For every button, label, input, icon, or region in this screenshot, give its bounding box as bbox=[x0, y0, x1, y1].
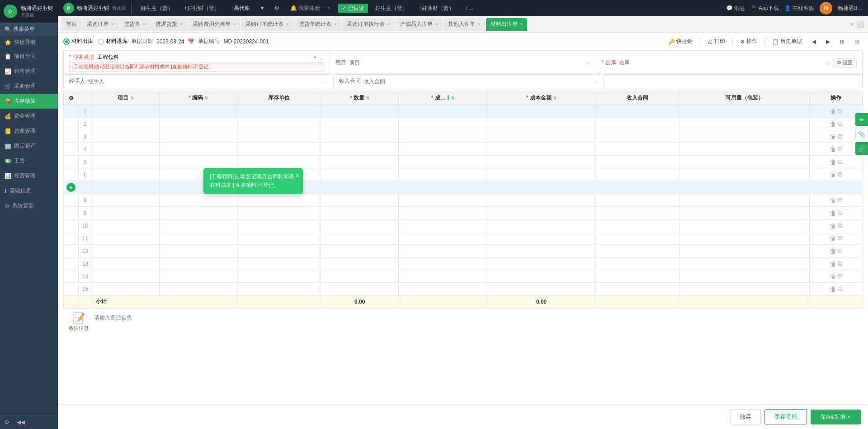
tab-other-close[interactable]: × bbox=[478, 22, 481, 27]
row-qty-3[interactable] bbox=[321, 130, 399, 143]
tab-purchase-order[interactable]: 采购订单 × bbox=[82, 18, 118, 31]
tab-purchase-order-close[interactable]: × bbox=[111, 22, 114, 27]
list-view-btn[interactable]: ⊟ bbox=[851, 37, 863, 46]
col-cost-sort[interactable]: ⇅ bbox=[451, 95, 454, 100]
tab-purchase-stat[interactable]: 采购订单统计表 × bbox=[241, 18, 293, 31]
row-copy-8[interactable]: ⧉ bbox=[838, 196, 842, 204]
history-btn[interactable]: 📋 历史单据 bbox=[769, 36, 806, 47]
sidebar-item-sales[interactable]: 📈 销售管理 bbox=[0, 64, 58, 79]
sidebar-item-finance[interactable]: 💰 资金管理 bbox=[0, 109, 58, 124]
sidebar-item-salary[interactable]: 💵 工资 bbox=[0, 153, 58, 168]
row-cost-2[interactable] bbox=[399, 118, 487, 130]
tab-return-close[interactable]: × bbox=[180, 22, 183, 27]
sidebar-nav-quick[interactable]: ⭐ 快捷导航 bbox=[0, 36, 58, 49]
col-cost-amount-sort[interactable]: ⇅ bbox=[553, 95, 557, 100]
topbar-menu-more[interactable]: +… bbox=[462, 5, 477, 11]
row-delete-1[interactable]: 🗑 bbox=[830, 108, 836, 115]
topbar-menu-haoshengyi2[interactable]: 好生意（普） bbox=[372, 5, 411, 12]
tab-receipt-close[interactable]: × bbox=[143, 22, 146, 27]
right-panel-edit-icon[interactable]: ✏ bbox=[855, 113, 868, 126]
next-btn[interactable]: ▶ bbox=[822, 37, 834, 46]
prev-btn[interactable]: ◀ bbox=[808, 37, 820, 46]
tab-expense-close[interactable]: × bbox=[233, 22, 236, 27]
save-draft-btn[interactable]: 保存草稿 bbox=[764, 409, 807, 424]
settings-icon[interactable]: ⚙ bbox=[5, 419, 9, 425]
tab-receipt-stat[interactable]: 进货单统计表 × bbox=[294, 18, 341, 31]
row-project-3[interactable] bbox=[92, 130, 160, 143]
row-copy-6[interactable]: ⧉ bbox=[838, 171, 842, 178]
warehouse-input[interactable] bbox=[619, 59, 822, 66]
tab-close-all[interactable]: ✕ bbox=[849, 21, 855, 28]
topbar-try-btn[interactable]: 🔔 我要体验一下 bbox=[287, 5, 335, 12]
shortcut-key-btn[interactable]: 🔑 快捷键 bbox=[665, 36, 696, 47]
tab-purchase-exec-close[interactable]: × bbox=[387, 22, 390, 27]
handler-dots[interactable]: … bbox=[323, 79, 328, 84]
sidebar-item-inventory[interactable]: 📦 库存核算 bbox=[0, 94, 58, 109]
row-cost-1[interactable] bbox=[399, 105, 487, 118]
income-contract-dots[interactable]: … bbox=[593, 79, 598, 84]
sidebar-item-operations[interactable]: 📊 经营管理 bbox=[0, 168, 58, 183]
row-quantity-2[interactable] bbox=[321, 118, 399, 130]
project-input[interactable] bbox=[349, 59, 583, 66]
row-delete-2[interactable]: 🗑 bbox=[830, 120, 836, 128]
settings-btn[interactable]: ⚙ 设置 bbox=[833, 58, 857, 67]
topbar-menu-haoyecai2[interactable]: +好业财（普） bbox=[415, 5, 458, 12]
discard-btn[interactable]: 放弃 bbox=[730, 409, 761, 424]
business-type-input[interactable] bbox=[97, 54, 311, 61]
tab-receipt-stat-close[interactable]: × bbox=[334, 22, 337, 27]
row-cost-amount-2[interactable] bbox=[487, 118, 595, 130]
row-copy-5[interactable]: ⧉ bbox=[838, 158, 842, 166]
row-code-3[interactable] bbox=[160, 130, 237, 143]
tab-maximize[interactable]: ⬜ bbox=[857, 21, 864, 28]
row-cost-amount-1[interactable] bbox=[487, 105, 595, 118]
radio-material-return[interactable]: 材料退库 bbox=[98, 38, 127, 45]
print-btn[interactable]: 🖨 打印 bbox=[704, 36, 729, 47]
sidebar-item-fixed-assets[interactable]: 🏢 固定资产 bbox=[0, 138, 58, 153]
tab-purchase-return[interactable]: 进退货货 × bbox=[151, 18, 187, 31]
row-code-1[interactable] bbox=[160, 105, 237, 118]
topbar-menu-haoshengyi[interactable]: 好生意（普） bbox=[137, 5, 177, 12]
tab-purchase-expense[interactable]: 采购费用分摊单 × bbox=[188, 18, 241, 31]
row-code-2[interactable] bbox=[160, 118, 237, 130]
tab-material-close[interactable]: × bbox=[520, 22, 523, 27]
tab-other-inbound[interactable]: 其他入库单 × bbox=[443, 18, 485, 31]
row-cost-3[interactable] bbox=[399, 130, 487, 143]
grid-view-btn[interactable]: ⊞ bbox=[836, 37, 848, 46]
right-panel-clip-icon[interactable]: 📎 bbox=[855, 128, 868, 140]
business-type-dots[interactable]: … bbox=[319, 55, 324, 60]
col-gear[interactable]: ⚙ bbox=[64, 91, 79, 105]
income-contract-input[interactable] bbox=[363, 78, 590, 85]
col-code-sort[interactable]: ⇅ bbox=[204, 95, 208, 100]
calendar-icon[interactable]: 📅 bbox=[188, 38, 194, 45]
row-copy-2[interactable]: ⧉ bbox=[838, 120, 842, 128]
notes-input[interactable] bbox=[92, 312, 857, 329]
row-quantity-1[interactable] bbox=[321, 105, 399, 118]
sidebar-item-ledger[interactable]: 📒 总账管理 bbox=[0, 124, 58, 138]
project-dots[interactable]: … bbox=[585, 60, 590, 65]
row-delete-4[interactable]: 🗑 bbox=[830, 146, 836, 153]
collapse-icon[interactable]: ◀◀ bbox=[17, 419, 25, 425]
tab-home[interactable]: 首页 bbox=[61, 18, 81, 31]
tab-finished-close[interactable]: × bbox=[435, 22, 438, 27]
topbar-menu-haoyecai[interactable]: +好业财（普） bbox=[180, 5, 223, 12]
tab-purchase-exec[interactable]: 采购订单执行表 × bbox=[342, 18, 395, 31]
row-delete-8[interactable]: 🗑 bbox=[830, 197, 836, 204]
sidebar-item-purchase[interactable]: 🛒 采购管理 bbox=[0, 79, 58, 94]
handler-input[interactable] bbox=[88, 78, 320, 85]
right-panel-link-icon[interactable]: 🔗 bbox=[855, 142, 868, 155]
row-copy-1[interactable]: ⧉ bbox=[838, 107, 842, 115]
row-project-2[interactable] bbox=[92, 118, 160, 130]
topbar-menu-dropdown[interactable]: ▾ bbox=[257, 5, 267, 11]
row-delete-6[interactable]: 🗑 bbox=[830, 171, 836, 178]
warehouse-dots[interactable]: … bbox=[825, 60, 830, 65]
sidebar-item-system[interactable]: ⚙ 系统管理 bbox=[0, 198, 58, 213]
tooltip-close-btn[interactable]: × bbox=[296, 171, 299, 181]
topbar-menu-yidaizhang[interactable]: +易代账 bbox=[227, 5, 254, 12]
tab-material-outbound[interactable]: 材料出库单 × bbox=[486, 18, 528, 31]
topbar-online-service-btn[interactable]: 👤 在线客服 bbox=[784, 5, 814, 12]
sidebar-item-project[interactable]: 📋 项目合同 bbox=[0, 49, 58, 64]
topbar-message-btn[interactable]: 💬 消息 bbox=[726, 5, 745, 12]
radio-material-out[interactable]: 材料出库 bbox=[63, 38, 93, 45]
row-delete-5[interactable]: 🗑 bbox=[830, 158, 836, 166]
row-copy-9[interactable]: ⧉ bbox=[838, 209, 842, 217]
